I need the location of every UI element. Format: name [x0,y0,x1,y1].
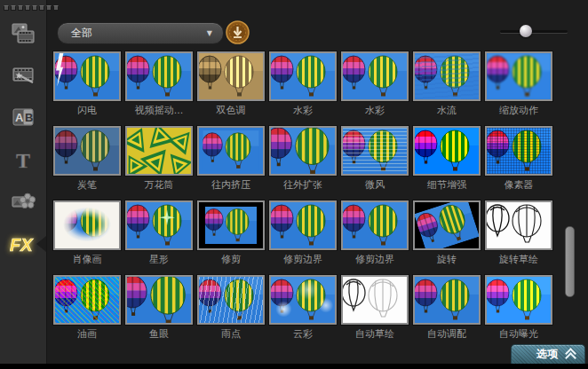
effect-item-rotsketch[interactable]: 旋转草绘 [485,200,552,275]
fx-filter-icon: FX [7,231,39,257]
thumbnail-size-slider[interactable] [500,25,568,37]
sidebar-item-instant-project[interactable] [0,59,46,90]
svg-text:T: T [16,149,30,172]
effect-thumbnail[interactable] [53,200,121,250]
category-dropdown[interactable]: 全部 ▼ [57,22,224,44]
effect-thumbnail[interactable] [269,275,337,325]
sidebar-item-title[interactable]: T [0,145,46,177]
effect-thumbnail[interactable] [341,51,409,101]
svg-text:B: B [25,111,33,124]
effect-item-crop[interactable]: 修剪 [197,200,265,275]
title-text-icon: T [10,147,36,174]
effect-item-clouds[interactable]: 云彩 [269,275,337,349]
effect-label: 细节增强 [413,178,481,192]
effect-label: 闪电 [53,104,121,117]
effect-item-cropborder[interactable]: 修剪边界 [341,200,409,275]
effect-item-autosketch[interactable]: 自动草绘 [341,275,409,349]
options-label: 选项 [536,347,558,362]
effect-item-enhance[interactable]: 细节增强 [413,126,481,200]
effect-item-charcoal[interactable]: 炭笔 [53,126,121,200]
effect-thumbnail[interactable] [485,126,552,176]
effect-item-punch[interactable]: 往外扩张 [269,126,337,200]
effect-label: 往外扩张 [269,178,337,192]
sidebar-item-media[interactable] [0,18,46,50]
effect-thumbnail[interactable] [125,126,193,176]
sidebar-item-transition[interactable]: A B [0,101,46,133]
effect-item-autoexposure[interactable]: 自动曝光 [485,275,552,349]
effect-item-kaleido[interactable]: 万花筒 [125,126,193,200]
effect-thumbnail[interactable] [485,51,552,101]
effect-item-pixel[interactable]: 像素器 [485,126,552,200]
effect-item-fisheye[interactable]: 鱼眼 [125,275,193,349]
effect-item-flow[interactable]: 水流 [413,51,481,126]
effect-thumbnail[interactable] [413,200,481,250]
effect-thumbnail[interactable] [197,200,265,250]
effect-item-lightning[interactable]: 闪电 [53,51,121,126]
media-library-icon [10,20,36,47]
effect-thumbnail[interactable] [341,126,409,176]
effect-thumbnail[interactable] [197,275,265,325]
effect-thumbnail[interactable] [125,200,193,250]
effect-thumbnail[interactable] [413,275,481,325]
effect-item-watercolor[interactable]: 水彩 [341,51,409,126]
effect-item-rotate[interactable]: 旋转 [413,200,481,275]
effect-label: 星形 [125,253,193,266]
effect-thumbnail[interactable] [53,51,121,101]
effect-item-zoommotion[interactable]: 缩放动作 [485,51,552,126]
effect-thumbnail[interactable] [197,126,265,176]
balloon-preview-image [55,277,119,323]
effect-thumbnail[interactable] [197,51,265,101]
effect-thumbnail[interactable] [269,51,337,101]
effect-item-oil[interactable]: 油画 [53,275,121,349]
effect-thumbnail[interactable] [125,275,193,325]
effect-item-rain[interactable]: 雨点 [197,275,265,349]
effect-thumbnail[interactable] [341,200,409,250]
effect-label: 云彩 [269,327,337,341]
panel-grip-dots[interactable] [4,5,59,11]
balloon-preview-image [414,200,480,250]
effect-label: 旋转草绘 [485,253,552,266]
balloon-preview-image [127,202,191,248]
sidebar-item-graphic[interactable] [0,185,46,217]
effect-label: 自动曝光 [485,327,552,341]
effect-item-duotone[interactable]: 双色调 [197,51,265,126]
effect-item-watercolor[interactable]: 水彩 [269,51,337,126]
effect-thumbnail[interactable] [53,126,121,176]
balloon-preview-image [55,128,119,174]
effect-item-star[interactable]: 星形 [125,200,193,275]
effect-thumbnail[interactable] [485,200,552,250]
effect-item-cropborder[interactable]: 修剪边界 [269,200,337,275]
balloon-preview-image [343,128,407,174]
effect-thumbnail[interactable] [269,200,337,250]
balloon-preview-image [269,126,337,176]
effect-thumbnail[interactable] [341,275,409,325]
effect-label: 油画 [53,327,121,341]
videostudio-fx-library-panel: A B T FX [0,0,588,369]
balloon-preview-image [343,53,407,99]
effect-label: 像素器 [485,178,552,192]
effect-item-breeze[interactable]: 微风 [341,126,409,200]
balloon-preview-image [55,53,119,99]
effect-item-pan[interactable]: 视频摇动... [125,51,193,126]
options-button[interactable]: 选项 [511,344,585,364]
effect-label: 雨点 [197,327,265,341]
slider-knob[interactable] [520,25,532,37]
effect-item-pinch[interactable]: 往内挤压 [197,126,265,200]
download-effects-button[interactable] [226,20,250,44]
balloon-preview-image [127,128,191,174]
balloon-preview-image [55,202,119,248]
effect-thumbnail[interactable] [53,275,121,325]
category-dropdown-value: 全部 [71,26,207,41]
vertical-scrollbar-thumb[interactable] [565,226,575,297]
effect-item-portrait[interactable]: 肖像画 [53,200,121,275]
effect-label: 缩放动作 [485,104,552,117]
effect-thumbnail[interactable] [413,51,481,101]
balloon-preview-image [271,53,335,99]
effect-thumbnail[interactable] [125,51,193,101]
effect-thumbnail[interactable] [485,275,552,325]
graphic-flower-icon [10,188,36,215]
effect-thumbnail[interactable] [413,126,481,176]
effect-label: 炭笔 [53,178,121,192]
effect-item-automatch[interactable]: 自动调配 [413,275,481,349]
effect-thumbnail[interactable] [269,126,337,176]
